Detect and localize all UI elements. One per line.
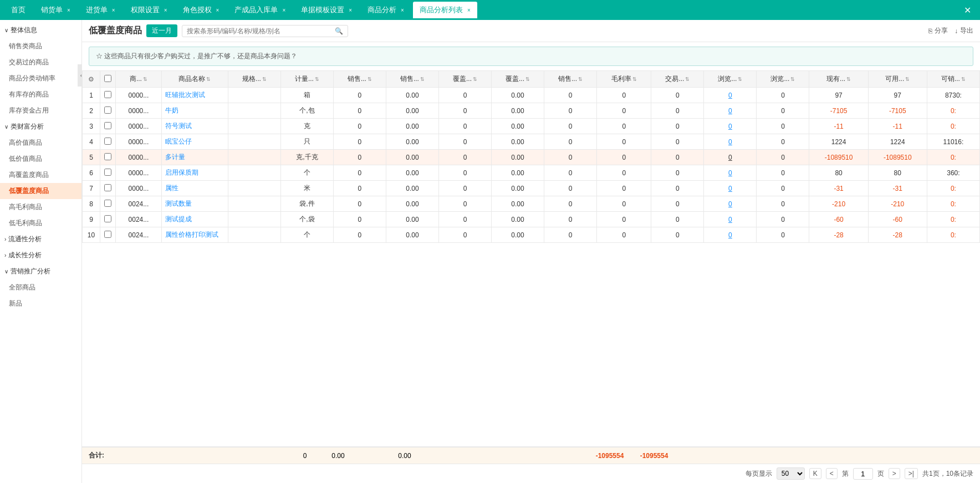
row-name[interactable]: 测试提成 [161,212,228,227]
sidebar-item-high-profit[interactable]: 高毛利商品 [0,199,81,215]
row-name[interactable]: 旺辅批次测试 [161,88,228,103]
row-name[interactable]: 测试数量 [161,196,228,212]
col-settings[interactable]: ⚙ [83,71,100,88]
row-browse1[interactable]: 0 [704,227,757,243]
sidebar-section-marketing[interactable]: ∨ 营销推广分析 [0,263,81,279]
next-page-button[interactable]: > [889,468,900,479]
sidebar-item-low-value[interactable]: 低价值商品 [0,151,81,167]
sidebar-item-inventory-capital[interactable]: 库存资金占用 [0,103,81,119]
last-page-button[interactable]: >| [905,468,918,479]
sidebar-collapse-button[interactable]: « [78,64,82,87]
row-checkbox[interactable] [104,122,111,129]
row-name[interactable]: 多计量 [161,150,228,165]
close-icon[interactable]: × [216,7,220,13]
nav-tab-template[interactable]: 单据模板设置 × [294,2,359,18]
row-browse1[interactable]: 0 [704,88,757,103]
row-name[interactable]: 属性 [161,181,228,196]
col-sales-days[interactable]: 销售...⇅ [544,71,597,88]
row-browse1[interactable]: 0 [704,134,757,150]
nav-tab-permissions[interactable]: 权限设置 × [124,2,174,18]
search-input[interactable] [187,27,333,35]
nav-tab-home[interactable]: 首页 [4,2,32,18]
col-unit[interactable]: 计量...⇅ [280,71,333,88]
row-checkbox[interactable] [104,91,111,98]
sidebar-item-low-coverage[interactable]: 低覆盖度商品 [0,183,81,199]
sidebar-item-high-coverage[interactable]: 高覆盖度商品 [0,167,81,183]
close-icon[interactable]: × [349,7,352,13]
col-coverage2[interactable]: 覆盖...⇅ [492,71,544,88]
col-browse1[interactable]: 浏览...⇅ [704,71,757,88]
search-icon[interactable]: 🔍 [335,27,343,35]
first-page-button[interactable]: K [809,468,821,479]
row-browse1[interactable]: 0 [704,119,757,134]
row-checkbox[interactable] [104,200,111,207]
row-salable: 0: [927,196,979,212]
sidebar-section-overall[interactable]: ∨ 整体信息 [0,22,81,38]
col-browse2[interactable]: 浏览...⇅ [757,71,809,88]
col-sales-amt[interactable]: 销售...⇅ [386,71,438,88]
row-browse1[interactable]: 0 [704,165,757,181]
sort-icon: ⇅ [368,77,372,82]
prev-page-button[interactable]: < [826,468,838,479]
row-checkbox[interactable] [104,215,111,222]
row-checkbox[interactable] [104,169,111,176]
sidebar-item-low-profit[interactable]: 低毛利商品 [0,215,81,231]
row-checkbox[interactable] [104,106,111,114]
sidebar-item-traded-goods[interactable]: 交易过的商品 [0,54,81,70]
col-trans[interactable]: 交易...⇅ [651,71,704,88]
sidebar-item-stocked-goods[interactable]: 有库存的商品 [0,87,81,103]
col-coverage1[interactable]: 覆盖...⇅ [438,71,491,88]
close-icon[interactable]: × [282,7,285,13]
sidebar-section-wealth[interactable]: ∨ 类财富分析 [0,119,81,135]
row-name[interactable]: 启用保质期 [161,165,228,181]
share-button[interactable]: ⎘ 分享 [928,26,948,35]
row-checkbox[interactable] [104,184,111,191]
col-gross-rate[interactable]: 毛利率⇅ [597,71,651,88]
export-button[interactable]: ↓ 导出 [955,26,973,35]
col-code[interactable]: 商...⇅ [116,71,162,88]
col-current-stock[interactable]: 现有...⇅ [809,71,868,88]
row-browse2: 0 [757,212,809,227]
row-browse1[interactable]: 0 [704,181,757,196]
sidebar-item-high-value[interactable]: 高价值商品 [0,135,81,151]
row-checkbox[interactable] [104,153,111,160]
sidebar-section-liquidity[interactable]: › 流通性分析 [0,231,81,247]
nav-tab-analysis[interactable]: 商品分析 × [361,2,411,18]
nav-tab-sales[interactable]: 销货单 × [34,2,77,18]
row-name[interactable]: 属性价格打印测试 [161,227,228,243]
row-browse1[interactable]: 0 [704,196,757,212]
sidebar-item-all-goods[interactable]: 全部商品 [0,279,81,296]
col-spec[interactable]: 规格...⇅ [228,71,280,88]
sidebar-item-new-goods[interactable]: 新品 [0,296,81,312]
nav-tab-inventory[interactable]: 产成品入库单 × [228,2,292,18]
select-all-checkbox[interactable] [104,75,111,82]
row-name[interactable]: 眠宝公仔 [161,134,228,150]
nav-tab-analysis-list[interactable]: 商品分析列表 × [413,2,477,18]
col-sales-qty[interactable]: 销售...⇅ [333,71,386,88]
close-icon[interactable]: × [467,7,471,13]
window-close-button[interactable]: ✕ [959,3,976,18]
close-icon[interactable]: × [164,7,167,13]
row-browse1[interactable]: 0 [704,212,757,227]
close-icon[interactable]: × [67,7,70,13]
settings-icon[interactable]: ⚙ [88,75,94,83]
row-browse1[interactable]: 0 [704,150,757,165]
nav-tab-roles[interactable]: 角色授权 × [176,2,226,18]
col-salable[interactable]: 可销...⇅ [927,71,979,88]
page-number-input[interactable] [853,468,873,480]
row-name[interactable]: 牛奶 [161,103,228,119]
close-icon[interactable]: × [401,7,404,13]
sidebar-item-sales-goods[interactable]: 销售类商品 [0,38,81,54]
filter-recent-month-button[interactable]: 近一月 [146,24,177,37]
col-name[interactable]: 商品名称⇅ [161,71,228,88]
row-checkbox[interactable] [104,231,111,238]
page-size-select[interactable]: 50 20 100 [777,467,805,480]
row-name[interactable]: 符号测试 [161,119,228,134]
row-checkbox[interactable] [104,138,111,145]
sidebar-section-growth[interactable]: › 成长性分析 [0,247,81,263]
sidebar-item-category-rate[interactable]: 商品分类动销率 [0,70,81,87]
nav-tab-purchase[interactable]: 进货单 × [79,2,122,18]
row-browse1[interactable]: 0 [704,103,757,119]
col-available[interactable]: 可用...⇅ [868,71,927,88]
close-icon[interactable]: × [112,7,115,13]
